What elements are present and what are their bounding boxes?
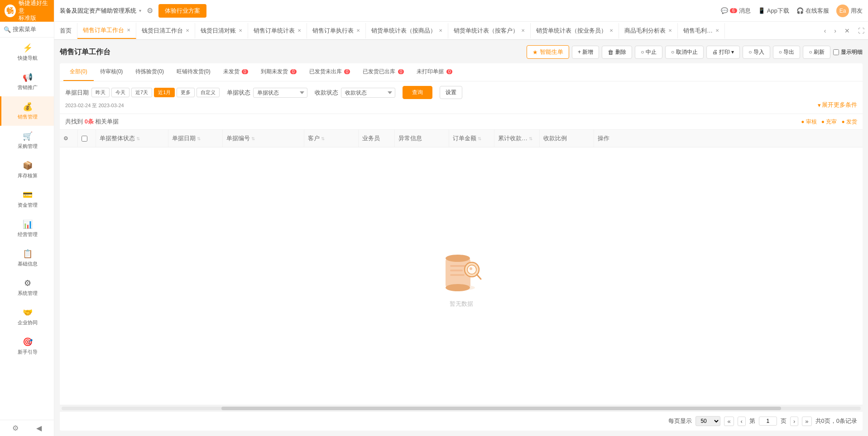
sidebar-item-marketing[interactable]: 📢 营销推广: [0, 67, 54, 96]
sidebar-item-inventory[interactable]: 📦 库存核算: [0, 155, 54, 185]
show-detail-checkbox[interactable]: 显示明细: [833, 48, 863, 56]
first-page-btn[interactable]: «: [724, 417, 734, 426]
page-number-input[interactable]: [759, 417, 777, 426]
tab-sales-exec[interactable]: 销售订单执行表 ✕: [307, 23, 366, 38]
last-month-btn[interactable]: 近1月: [154, 88, 175, 97]
prev-page-btn[interactable]: ‹: [738, 417, 746, 426]
col-settings[interactable]: ⚙: [60, 130, 78, 147]
page-size-select[interactable]: 10 20 50 100: [695, 416, 720, 426]
payment-select[interactable]: 收款状态: [341, 88, 395, 98]
tab-home[interactable]: 首页: [54, 23, 77, 38]
topbar-gear-icon[interactable]: ⚙: [147, 6, 153, 15]
sort-icon[interactable]: ⇅: [251, 136, 255, 141]
filter-tab-shipped-not-out[interactable]: 已发货未出库 0: [303, 63, 357, 81]
sort-icon[interactable]: ⇅: [478, 136, 481, 141]
user-menu-btn[interactable]: Ea 用友: [836, 5, 863, 17]
filter-tab-pending-review[interactable]: 待审核(0): [94, 63, 129, 81]
tab-profit[interactable]: 商品毛利分析表 ✕: [619, 23, 678, 38]
tab-customer-stat[interactable]: 销货单统计表（按客户） ✕: [448, 23, 531, 38]
tab-sales-stat[interactable]: 销售订单统计表 ✕: [248, 23, 307, 38]
tab-close-icon[interactable]: ✕: [297, 28, 301, 33]
refresh-button[interactable]: ○ 刷新: [803, 46, 830, 59]
tab-staff-stat[interactable]: 销货单统计表（按业务员） ✕: [531, 23, 619, 38]
tab-close-icon[interactable]: ✕: [239, 28, 242, 33]
tab-close-icon[interactable]: ✕: [668, 28, 672, 33]
tab-close-icon[interactable]: ✕: [127, 28, 130, 33]
sidebar-item-system[interactable]: ⚙ 系统管理: [0, 273, 54, 302]
filter-tab-expired[interactable]: 到期未发货 0: [254, 63, 303, 81]
sidebar-item-enterprise[interactable]: 🤝 企业协同: [0, 302, 54, 332]
tab-sales-profit[interactable]: 销售毛利… ✕: [678, 23, 725, 38]
tab-close-icon[interactable]: ✕: [439, 28, 442, 33]
smart-create-button[interactable]: ★ 智能生单: [527, 45, 569, 59]
custom-btn[interactable]: 自定义: [197, 88, 220, 97]
settings-button[interactable]: 设置: [440, 86, 462, 99]
ship-link[interactable]: ● 发货: [841, 118, 857, 126]
more-btn[interactable]: 更多: [177, 88, 195, 97]
tab-close-all-btn[interactable]: ✕: [841, 25, 854, 36]
sidebar-item-guide[interactable]: 🎯 新手引导: [0, 332, 54, 361]
yesterday-btn[interactable]: 昨天: [91, 88, 110, 97]
filter-tab-pending-check[interactable]: 待拣验货(0): [129, 63, 170, 81]
online-service-btn[interactable]: 🎧 在线客服: [796, 7, 829, 15]
query-button[interactable]: 查询: [403, 86, 432, 99]
detail-checkbox-input[interactable]: [833, 49, 839, 55]
sort-icon[interactable]: ⇅: [321, 136, 325, 141]
delete-button[interactable]: 🗑 删除: [602, 46, 632, 59]
tab-cash-reconcile[interactable]: 钱货日清对账 ✕: [195, 23, 248, 38]
tab-scroll-right-btn[interactable]: ›: [830, 25, 840, 36]
filter-row-1: 单据日期 昨天 今天 近7天 近1月 更多 自定义 单据状态: [65, 86, 857, 99]
scrollbar-thumb[interactable]: [221, 407, 781, 410]
sidebar-search[interactable]: 🔍 搜索菜单: [0, 22, 54, 38]
filter-tab-not-shipped[interactable]: 未发货 0: [217, 63, 254, 81]
message-btn[interactable]: 💬 6 消息: [721, 7, 751, 15]
review-link[interactable]: ● 审核: [801, 118, 817, 126]
tab-goods-stat[interactable]: 销货单统计表（按商品） ✕: [366, 23, 448, 38]
tab-close-icon[interactable]: ✕: [715, 28, 719, 33]
app-download-btn[interactable]: 📱 App下载: [758, 7, 789, 15]
last-page-btn[interactable]: »: [802, 417, 811, 426]
sidebar-item-sales[interactable]: 💰 销售管理: [0, 96, 54, 126]
re-review-link[interactable]: ● 充审: [821, 118, 837, 126]
horizontal-scrollbar[interactable]: [60, 405, 863, 411]
sort-icon[interactable]: ⇅: [529, 136, 532, 141]
filter-tab-wangpu[interactable]: 旺铺待发货(0): [170, 63, 217, 81]
tab-close-icon[interactable]: ✕: [609, 28, 613, 33]
solution-button[interactable]: 体验行业方案: [158, 4, 206, 18]
tab-close-icon[interactable]: ✕: [356, 28, 360, 33]
select-all-checkbox[interactable]: [82, 136, 87, 142]
export-button[interactable]: ○ 导出: [773, 46, 801, 59]
status-select[interactable]: 单据状态: [253, 88, 307, 98]
col-checkbox[interactable]: [78, 130, 96, 147]
sidebar-item-finance[interactable]: 💳 资金管理: [0, 185, 54, 214]
sidebar-item-label: 快捷导航: [18, 55, 38, 62]
suspend-button[interactable]: ○ 中止: [635, 46, 662, 59]
tab-close-icon[interactable]: ✕: [521, 28, 525, 33]
tab-cash-daily[interactable]: 钱货日清工作台 ✕: [136, 23, 195, 38]
sidebar-item-base-info[interactable]: 📋 基础信息: [0, 243, 54, 273]
expand-icon: ▾: [818, 102, 821, 109]
sales-icon: 💰: [23, 102, 33, 112]
sidebar-item-operations[interactable]: 📊 经营管理: [0, 214, 54, 243]
filter-tab-shipped-out[interactable]: 已发货已出库 0: [356, 63, 410, 81]
tab-fullscreen-btn[interactable]: ⛶: [854, 25, 868, 36]
expand-filter-btn[interactable]: ▾ 展开更多条件: [818, 101, 857, 109]
cancel-suspend-button[interactable]: ○ 取消中止: [665, 46, 704, 59]
tab-sales-order[interactable]: 销售订单工作台 ✕: [77, 23, 136, 39]
today-btn[interactable]: 今天: [111, 88, 129, 97]
tab-close-icon[interactable]: ✕: [186, 28, 189, 33]
collapse-icon[interactable]: ◀: [36, 424, 42, 432]
print-button[interactable]: 🖨 打印 ▾: [706, 46, 740, 59]
import-button[interactable]: ○ 导入: [743, 46, 770, 59]
tab-scroll-left-btn[interactable]: ‹: [820, 25, 830, 36]
next-page-btn[interactable]: ›: [790, 417, 798, 426]
settings-icon[interactable]: ⚙: [12, 424, 19, 432]
sidebar-item-purchase[interactable]: 🛒 采购管理: [0, 126, 54, 155]
add-button[interactable]: + 新增: [572, 46, 599, 59]
last7days-btn[interactable]: 近7天: [131, 88, 152, 97]
sort-icon[interactable]: ⇅: [197, 136, 201, 141]
filter-tab-all[interactable]: 全部(0): [63, 63, 94, 81]
sidebar-item-quick-nav[interactable]: ⚡ 快捷导航: [0, 38, 54, 67]
filter-tab-not-printed[interactable]: 未打印单据 0: [410, 63, 459, 81]
sort-icon[interactable]: ⇅: [136, 136, 140, 141]
